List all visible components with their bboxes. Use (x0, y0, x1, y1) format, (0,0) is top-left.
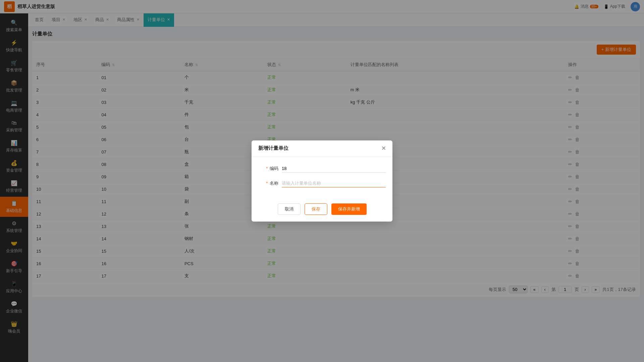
add-unit-modal: 新增计量单位 ✕ * 编码 * 名称 取消 保存 保存并新增 (252, 140, 392, 222)
code-form-row: * 编码 (258, 165, 386, 173)
modal-close-button[interactable]: ✕ (381, 145, 386, 152)
modal-body: * 编码 * 名称 (252, 157, 392, 199)
cancel-button[interactable]: 取消 (278, 203, 301, 215)
save-button[interactable]: 保存 (305, 203, 327, 215)
name-required-mark: * (266, 181, 268, 186)
code-label: * 编码 (258, 166, 278, 172)
code-input[interactable] (282, 165, 386, 173)
save-new-button[interactable]: 保存并新增 (331, 203, 367, 215)
name-input[interactable] (282, 179, 386, 187)
modal-header: 新增计量单位 ✕ (252, 140, 392, 157)
name-form-row: * 名称 (258, 179, 386, 187)
modal-overlay[interactable]: 新增计量单位 ✕ * 编码 * 名称 取消 保存 保存并新增 (0, 0, 644, 362)
modal-title: 新增计量单位 (258, 145, 288, 152)
code-required-mark: * (266, 166, 268, 171)
modal-footer: 取消 保存 保存并新增 (252, 199, 392, 222)
name-label: * 名称 (258, 180, 278, 186)
